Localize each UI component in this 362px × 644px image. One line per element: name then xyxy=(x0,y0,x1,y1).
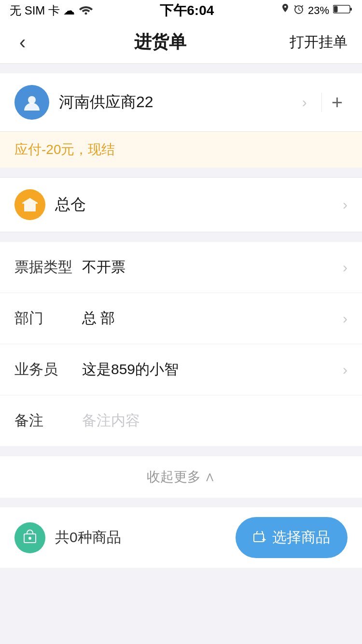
svg-point-7 xyxy=(28,537,31,540)
svg-point-0 xyxy=(84,13,87,15)
supplier-divider xyxy=(321,93,322,112)
back-button[interactable]: ‹ xyxy=(14,27,30,58)
product-count-label: 共0种商品 xyxy=(55,528,226,547)
supplier-avatar xyxy=(14,85,49,120)
product-icon xyxy=(14,522,45,553)
wifi-icon xyxy=(79,4,93,17)
status-left: 无 SIM 卡 ☁ xyxy=(10,3,93,18)
bottom-bar: 共0种商品 选择商品 xyxy=(0,507,362,568)
invoice-value: 不开票 xyxy=(82,257,338,277)
select-product-icon xyxy=(253,531,266,545)
dept-value: 总 部 xyxy=(82,308,338,328)
select-product-button[interactable]: 选择商品 xyxy=(236,517,348,558)
svg-point-5 xyxy=(28,96,36,104)
supplier-notice: 应付-20元，现结 xyxy=(0,132,362,168)
dept-row[interactable]: 部门 总 部 › xyxy=(0,293,362,344)
sim-label: 无 SIM 卡 ☁ xyxy=(10,3,75,18)
page-title: 进货单 xyxy=(134,30,186,54)
warehouse-chevron-icon: › xyxy=(343,196,348,213)
staff-label: 业务员 xyxy=(14,360,72,379)
invoice-label: 票据类型 xyxy=(14,257,72,277)
supplier-row[interactable]: 河南供应商22 › + xyxy=(0,73,362,132)
staff-chevron-icon: › xyxy=(343,362,348,378)
status-right: 23% xyxy=(281,4,352,17)
alarm-icon xyxy=(293,4,304,17)
select-product-label: 选择商品 xyxy=(272,528,330,547)
staff-value: 这是859的小智 xyxy=(82,360,338,379)
invoice-chevron-icon: › xyxy=(343,259,348,276)
remark-row[interactable]: 备注 备注内容 xyxy=(0,395,362,446)
open-pending-button[interactable]: 打开挂单 xyxy=(290,32,348,52)
status-bar: 无 SIM 卡 ☁ 下午6:04 23% xyxy=(0,0,362,21)
svg-rect-8 xyxy=(254,534,264,542)
warehouse-row[interactable]: 总仓 › xyxy=(0,177,362,232)
battery-label: 23% xyxy=(308,4,329,17)
warehouse-name: 总仓 xyxy=(55,194,338,215)
battery-icon xyxy=(333,4,352,17)
dept-label: 部门 xyxy=(14,308,72,328)
remark-input[interactable]: 备注内容 xyxy=(82,411,348,431)
collapse-label: 收起更多 ∧ xyxy=(147,468,216,486)
supplier-section: 河南供应商22 › + 应付-20元，现结 xyxy=(0,73,362,168)
collapse-row[interactable]: 收起更多 ∧ xyxy=(0,456,362,498)
remark-label: 备注 xyxy=(14,411,72,431)
supplier-name: 河南供应商22 xyxy=(59,92,302,113)
status-time: 下午6:04 xyxy=(160,1,214,20)
svg-rect-3 xyxy=(334,6,337,13)
main-content: 河南供应商22 › + 应付-20元，现结 总仓 › 票据类型 不开票 › 部门… xyxy=(0,73,362,568)
staff-row[interactable]: 业务员 这是859的小智 › xyxy=(0,344,362,395)
form-section: 票据类型 不开票 › 部门 总 部 › 业务员 这是859的小智 › 备注 备注… xyxy=(0,242,362,446)
warehouse-icon xyxy=(14,189,45,220)
svg-rect-4 xyxy=(350,8,352,11)
location-icon xyxy=(281,4,290,17)
dept-chevron-icon: › xyxy=(343,310,348,327)
supplier-chevron-icon: › xyxy=(302,94,307,111)
invoice-row[interactable]: 票据类型 不开票 › xyxy=(0,242,362,293)
nav-bar: ‹ 进货单 打开挂单 xyxy=(0,21,362,64)
add-supplier-button[interactable]: + xyxy=(327,92,348,113)
